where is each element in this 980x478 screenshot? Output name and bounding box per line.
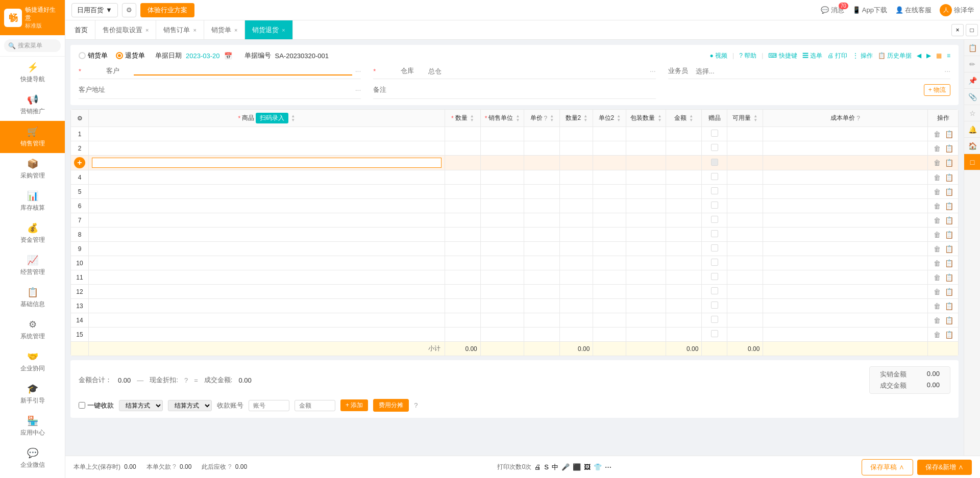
customer-input[interactable] <box>134 67 352 76</box>
gift-checkbox[interactable] <box>711 301 718 309</box>
prev-record[interactable]: ◀ <box>917 52 921 59</box>
right-panel-attach[interactable]: 📎 <box>964 89 980 105</box>
calendar-icon[interactable]: 📅 <box>224 52 232 60</box>
right-panel-notes[interactable]: 📋 <box>964 40 980 56</box>
sidebar-item-member[interactable]: 👑 畅会员 <box>0 474 65 478</box>
sort-packqty-icon[interactable]: ▲▼ <box>657 114 662 122</box>
gift-checkbox[interactable] <box>711 130 718 137</box>
sidebar-item-basic-info[interactable]: 📋 基础信息 <box>0 282 65 314</box>
gift-checkbox[interactable] <box>711 187 718 194</box>
calc-method-select[interactable]: 结算方式 <box>168 400 212 411</box>
delete-row-btn[interactable]: 🗑 <box>932 244 942 254</box>
delete-row-btn[interactable]: 🗑 <box>932 172 942 183</box>
address-input[interactable] <box>108 86 352 94</box>
copy-row-btn[interactable]: 📋 <box>944 301 954 311</box>
gift-checkbox[interactable] <box>711 259 718 266</box>
col-settings[interactable]: ⚙ <box>71 110 89 127</box>
sort-qty2-icon[interactable]: ▲▼ <box>583 114 587 122</box>
message-btn[interactable]: 💬 70 消息 <box>821 6 844 15</box>
delete-row-btn[interactable]: 🗑 <box>932 315 942 325</box>
view-grid[interactable]: ▦ <box>936 52 942 59</box>
gift-checkbox[interactable] <box>711 202 718 209</box>
delete-row-btn[interactable]: 🗑 <box>932 330 942 340</box>
sort-unit2-icon[interactable]: ▲▼ <box>617 114 621 122</box>
salesperson-input[interactable] <box>696 67 942 75</box>
help-action[interactable]: ? 帮助 <box>739 52 756 60</box>
sort-unit-icon[interactable]: ▲▼ <box>516 114 520 122</box>
add-payment-btn[interactable]: + 添加 <box>340 399 368 411</box>
print-action[interactable]: 🖨 打印 <box>827 52 847 60</box>
right-panel-active[interactable]: □ <box>964 154 980 170</box>
delete-row-btn[interactable]: 🗑 <box>932 201 942 211</box>
sidebar-item-operations[interactable]: 📈 经营管理 <box>0 249 65 282</box>
next-record[interactable]: ▶ <box>926 52 931 59</box>
warehouse-select-icon[interactable]: ··· <box>650 67 656 75</box>
copy-row-btn[interactable]: 📋 <box>944 287 954 297</box>
fee-split-btn[interactable]: 费用分摊 <box>373 399 409 412</box>
add-row-btn[interactable]: + <box>74 157 85 168</box>
gift-checkbox[interactable] <box>711 244 718 251</box>
customer-select-icon[interactable]: ··· <box>355 67 361 75</box>
copy-row-btn[interactable]: 📋 <box>944 129 954 139</box>
select-action[interactable]: ☰ 选单 <box>802 52 822 60</box>
amount-input[interactable] <box>295 400 335 411</box>
delete-row-btn[interactable]: 🗑 <box>932 258 942 268</box>
shortcut-action[interactable]: ⌨ 快捷键 <box>768 52 797 60</box>
experience-btn[interactable]: 体验行业方案 <box>140 3 194 17</box>
sort-amount-icon[interactable]: ▲▼ <box>689 114 693 122</box>
sidebar-item-guide[interactable]: 🎓 新手引导 <box>0 378 65 410</box>
product-input[interactable] <box>92 158 442 168</box>
gift-checkbox[interactable] <box>711 159 718 166</box>
delete-row-btn[interactable]: 🗑 <box>932 129 942 139</box>
gift-checkbox[interactable] <box>711 287 718 294</box>
sidebar-item-wechat[interactable]: 💬 企业微信 <box>0 442 65 474</box>
remark-input[interactable] <box>401 86 655 94</box>
right-panel-room[interactable]: 🏠 <box>964 138 980 154</box>
delete-row-btn[interactable]: 🗑 <box>932 143 942 154</box>
delete-row-btn[interactable]: 🗑 <box>932 272 942 283</box>
delete-row-btn[interactable]: 🗑 <box>932 215 942 225</box>
tab-home[interactable]: 首页 <box>67 20 95 39</box>
tab-sales-order[interactable]: 销售订单 × <box>156 20 204 39</box>
tab-close-icon[interactable]: × <box>282 27 285 33</box>
sidebar-item-quick-nav[interactable]: ⚡ 快捷导航 <box>0 57 65 89</box>
user-menu[interactable]: 人 徐泽华 <box>940 4 974 16</box>
sidebar-item-marketing[interactable]: 📢 营销推广 <box>0 89 65 121</box>
operations-action[interactable]: ⋮ 操作 <box>852 52 872 60</box>
daily-select[interactable]: 日用百货 ▼ <box>71 3 118 17</box>
tab-price-setting[interactable]: 售价提取设置 × <box>95 20 156 39</box>
app-download-btn[interactable]: 📱 App下载 <box>852 6 887 15</box>
one-click-checkbox[interactable] <box>79 402 85 409</box>
tab-close-icon[interactable]: × <box>234 27 237 33</box>
gift-checkbox[interactable] <box>711 216 718 223</box>
sort-product-icon[interactable]: ▲▼ <box>291 114 295 122</box>
tab-close-icon[interactable]: × <box>193 27 196 33</box>
copy-row-btn[interactable]: 📋 <box>944 330 954 340</box>
sidebar-item-app-center[interactable]: 🏪 应用中心 <box>0 410 65 442</box>
sidebar-item-finance[interactable]: 💰 资金管理 <box>0 217 65 249</box>
tab-maximize[interactable]: □ <box>966 24 978 36</box>
gift-checkbox[interactable] <box>711 316 718 323</box>
sort-qty-icon[interactable]: ▲▼ <box>470 114 474 122</box>
video-action[interactable]: ● 视频 <box>709 52 727 60</box>
copy-row-btn[interactable]: 📋 <box>944 187 954 197</box>
radio-return[interactable]: 退货单 <box>116 51 145 60</box>
copy-row-btn[interactable]: 📋 <box>944 158 954 168</box>
tab-close-all[interactable]: × <box>951 24 964 36</box>
warehouse-input[interactable] <box>428 67 647 75</box>
sidebar-item-sales[interactable]: 🛒 销售管理 <box>0 121 65 153</box>
copy-row-btn[interactable]: 📋 <box>944 230 954 240</box>
payment-method-select[interactable]: 结算方式 <box>119 400 163 411</box>
copy-row-btn[interactable]: 📋 <box>944 244 954 254</box>
copy-row-btn[interactable]: 📋 <box>944 201 954 211</box>
tab-close-icon[interactable]: × <box>145 27 149 33</box>
delete-row-btn[interactable]: 🗑 <box>932 158 942 168</box>
salesperson-select-icon[interactable]: ··· <box>944 67 950 75</box>
sidebar-item-purchase[interactable]: 📦 采购管理 <box>0 153 65 185</box>
address-select-icon[interactable]: ··· <box>355 86 361 94</box>
right-panel-star[interactable]: ☆ <box>964 105 980 121</box>
delete-row-btn[interactable]: 🗑 <box>932 187 942 197</box>
delete-row-btn[interactable]: 🗑 <box>932 301 942 311</box>
delete-row-btn[interactable]: 🗑 <box>932 287 942 297</box>
table-settings-icon[interactable]: ⚙ <box>77 115 83 122</box>
